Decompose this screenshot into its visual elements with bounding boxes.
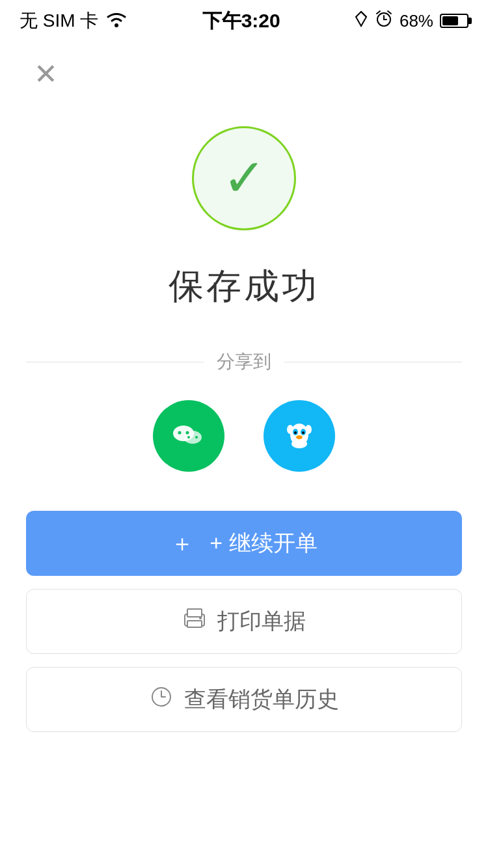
share-icons-row <box>26 400 462 472</box>
continue-label: + 继续开单 <box>210 528 317 558</box>
status-right: 68% <box>354 10 468 33</box>
no-sim-label: 无 SIM 卡 <box>20 8 98 33</box>
divider-right <box>284 362 462 362</box>
svg-point-9 <box>287 425 293 434</box>
close-button[interactable]: ✕ <box>26 55 65 94</box>
location-icon <box>354 10 368 32</box>
svg-point-16 <box>296 435 303 439</box>
svg-point-4 <box>178 431 182 435</box>
continue-button[interactable]: ＋ + 继续开单 <box>26 511 462 576</box>
battery-label: 68% <box>400 11 433 31</box>
svg-rect-19 <box>187 621 202 627</box>
share-divider-row: 分享到 <box>26 349 462 374</box>
success-icon-circle: ✓ <box>192 126 296 230</box>
close-icon: ✕ <box>34 60 58 88</box>
main-content: ✕ ✓ 保存成功 分享到 <box>0 42 488 868</box>
print-icon <box>182 606 207 636</box>
alarm-icon <box>375 10 393 33</box>
print-label: 打印单据 <box>217 606 306 636</box>
success-title: 保存成功 <box>169 263 319 310</box>
continue-icon: ＋ <box>170 528 194 560</box>
history-icon <box>149 685 174 714</box>
wechat-icon <box>169 416 208 455</box>
divider-left <box>26 362 204 362</box>
qq-icon <box>280 416 319 455</box>
svg-point-14 <box>294 431 297 434</box>
checkmark-icon: ✓ <box>223 152 266 204</box>
svg-point-5 <box>186 431 189 435</box>
print-button[interactable]: 打印单据 <box>26 589 462 654</box>
svg-point-15 <box>302 431 305 434</box>
svg-point-10 <box>305 425 312 434</box>
actions-section: ＋ + 继续开单 打印单据 查看销货单历 <box>26 511 462 732</box>
qq-share-button[interactable] <box>264 400 335 472</box>
history-button[interactable]: 查看销货单历史 <box>26 667 462 732</box>
svg-point-11 <box>291 439 307 448</box>
svg-point-7 <box>195 436 198 439</box>
svg-rect-18 <box>187 609 202 617</box>
svg-point-6 <box>187 436 190 439</box>
share-section: 分享到 <box>26 349 462 472</box>
close-btn-row: ✕ <box>26 42 462 100</box>
status-bar: 无 SIM 卡 下午3:20 68% <box>0 0 488 42</box>
wifi-icon <box>105 10 128 32</box>
svg-point-20 <box>199 617 202 619</box>
share-label: 分享到 <box>217 349 271 374</box>
svg-point-0 <box>115 23 118 27</box>
battery-icon <box>440 14 468 28</box>
history-label: 查看销货单历史 <box>184 685 339 714</box>
wechat-share-button[interactable] <box>153 400 224 472</box>
status-left: 无 SIM 卡 <box>20 8 128 33</box>
status-time: 下午3:20 <box>202 8 280 34</box>
